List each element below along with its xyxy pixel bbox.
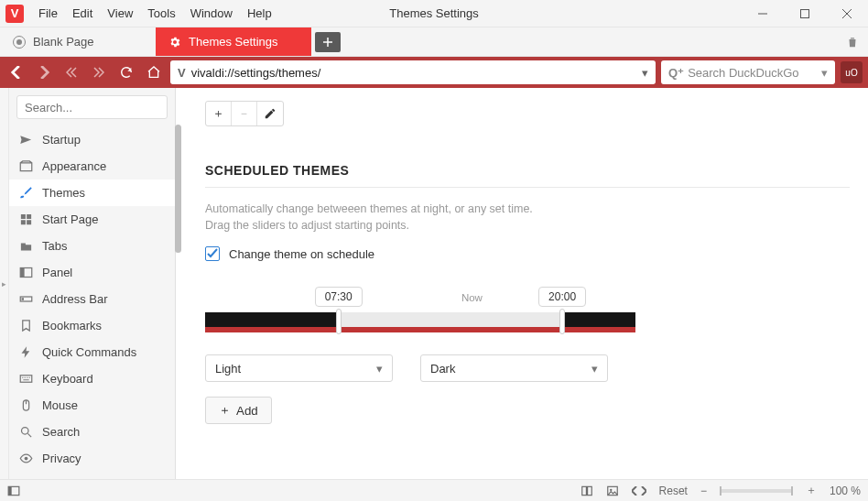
sidebar-item-panel[interactable]: Panel [9,259,175,286]
zoom-out-button[interactable]: − [700,485,707,497]
sidebar-item-mouse[interactable]: Mouse [9,392,175,419]
closed-tabs-button[interactable] [837,27,868,56]
select-value: Dark [430,362,455,376]
theme-select-dark[interactable]: Dark ▾ [420,354,608,382]
timeline-track[interactable] [205,312,635,332]
schedule-checkbox-row[interactable]: Change theme on schedule [205,246,850,261]
checkbox-label: Change theme on schedule [229,247,374,261]
fast-forward-icon [93,67,104,78]
sidebar-item-themes[interactable]: Themes [9,180,175,206]
plus-icon [322,37,333,48]
chevron-down-icon: ▾ [376,362,383,376]
plus-icon: ＋ [212,105,224,122]
menu-tools[interactable]: Tools [147,6,175,20]
sidebar-item-quick-commands[interactable]: Quick Commands [9,339,175,365]
sidebar-item-tabs[interactable]: Tabs [9,233,175,259]
address-bar-icon [18,292,33,307]
theme-add-button[interactable]: ＋ [206,102,232,125]
window-title: Themes Settings [389,6,479,20]
tab-blank-page[interactable]: Blank Page [0,27,156,56]
gear-icon [168,36,181,49]
svg-rect-19 [587,486,591,495]
schedule-timeline: 07:30 20:00 Now [205,287,635,336]
fast-forward-button[interactable] [88,61,110,83]
sidebar-item-label: Start Page [42,212,98,226]
address-dropdown[interactable]: ▾ [642,66,648,80]
sidebar-item-label: Address Bar [42,292,108,306]
search-dropdown[interactable]: ▾ [821,66,828,80]
tiling-button[interactable] [580,485,593,497]
zoom-reset-button[interactable]: Reset [659,485,688,497]
reload-icon [119,65,134,80]
menu-window[interactable]: Window [190,6,233,20]
sidebar-item-label: Quick Commands [42,345,136,359]
sidebar-item-privacy[interactable]: Privacy [9,445,175,472]
forward-button[interactable] [33,61,55,83]
zoom-in-button[interactable]: ＋ [806,483,817,498]
sidebar-item-label: Privacy [42,452,81,465]
app-logo[interactable]: V [5,5,24,23]
tab-label: Blank Page [33,35,94,49]
sidebar-item-keyboard[interactable]: Keyboard [9,365,175,392]
sidebar-item-startup[interactable]: Startup [9,126,175,153]
tab-themes-settings[interactable]: Themes Settings [156,27,311,56]
back-button[interactable] [5,61,27,83]
slider-handle-end[interactable] [559,309,565,334]
rewind-icon [66,67,77,78]
checkbox-icon [205,246,220,261]
zoom-slider[interactable] [720,489,793,493]
sidebar-item-search[interactable]: Search [9,419,175,445]
startup-icon [18,133,33,147]
grid-icon [18,212,33,227]
rewind-button[interactable] [60,61,82,83]
brush-icon [18,186,33,201]
reload-button[interactable] [115,61,137,83]
time-end-bubble[interactable]: 20:00 [538,287,586,307]
search-field[interactable]: Q⁺ Search DuckDuckGo ▾ [661,60,835,84]
slider-handle-start[interactable] [336,309,342,334]
lightning-icon [18,345,33,360]
sidebar-item-address-bar[interactable]: Address Bar [9,286,175,312]
page-actions-button[interactable] [632,486,646,496]
select-value: Light [215,362,241,376]
new-tab-button[interactable] [315,32,341,52]
menu-help[interactable]: Help [247,6,272,20]
sidebar-item-appearance[interactable]: Appearance [9,153,175,180]
tab-label: Themes Settings [189,35,278,49]
sidebar-item-label: Panel [42,266,72,279]
close-icon [842,9,852,18]
theme-toolbar: ＋ － [205,101,284,126]
segment-dark-after [562,312,635,327]
menu-file[interactable]: File [38,6,58,20]
panel-toggle-button[interactable] [7,485,20,497]
images-toggle-button[interactable] [606,485,619,497]
settings-content: ＋ － SCHEDULED THEMES Automatically chang… [176,88,868,479]
svg-rect-7 [20,268,24,278]
segment-dark-before [205,312,339,327]
window-minimize-button[interactable] [742,0,784,27]
extension-ublock-button[interactable]: uO [841,61,863,83]
settings-search-input[interactable] [16,95,168,119]
time-start-bubble[interactable]: 07:30 [315,287,363,307]
panel-toggle-strip[interactable] [0,88,9,479]
svg-rect-1 [801,9,809,17]
sidebar-item-label: Startup [42,133,81,147]
menu-edit[interactable]: Edit [72,6,92,20]
sidebar-item-label: Mouse [42,398,78,412]
menu-view[interactable]: View [107,6,133,20]
theme-remove-button[interactable]: － [232,102,257,125]
theme-edit-button[interactable] [257,102,283,125]
chevron-right-icon [38,66,50,79]
segment-light [339,312,562,327]
theme-select-light[interactable]: Light ▾ [205,354,393,382]
window-maximize-button[interactable] [784,0,826,27]
status-bar: Reset − ＋ 100 % [0,479,868,501]
window-close-button[interactable] [826,0,868,27]
sidebar-item-bookmarks[interactable]: Bookmarks [9,312,175,339]
add-schedule-button[interactable]: ＋ Add [205,397,272,424]
svg-rect-10 [20,376,32,383]
search-icon [18,425,33,440]
home-button[interactable] [143,61,165,83]
sidebar-item-start-page[interactable]: Start Page [9,206,175,233]
address-bar[interactable]: V vivaldi://settings/themes/ ▾ [170,60,656,84]
